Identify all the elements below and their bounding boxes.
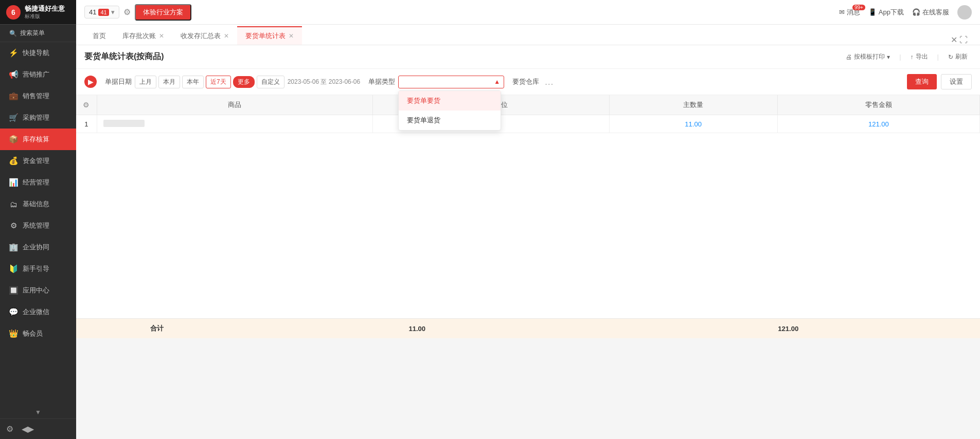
query-button[interactable]: 查询 [907,74,937,89]
sidebar-scroll-down[interactable]: ▼ [0,406,76,418]
row-amount[interactable]: 121.00 [777,115,979,133]
search-icon: 🔍 [9,30,17,37]
tabs-right-icons: ✕ ⛶ [947,35,972,45]
date-btn-more[interactable]: 更多 [233,76,255,88]
filter-type-group: 单据类型 ▲ 要货单要货 要货单退货 [368,76,504,88]
action-divider-2: | [937,53,939,61]
filter-warehouse-label: 要货仓库 [512,77,539,86]
store-caret-icon: ▾ [111,8,115,16]
settings-bottom-icon[interactable]: ⚙ [6,424,13,434]
export-button[interactable]: ↑ 导出 [906,50,932,63]
sidebar-item-sales[interactable]: 💼 销售管理 [0,85,76,107]
quick-nav-icon: ⚡ [8,48,19,58]
footer-amount: 121.00 [603,325,974,333]
row-quantity[interactable]: 11.00 [609,115,777,133]
sidebar-item-system[interactable]: ⚙ 系统管理 [0,215,76,236]
col-settings[interactable]: ⚙ [76,95,97,115]
sidebar-item-appstore[interactable]: 🔲 应用中心 [0,280,76,301]
export-icon: ↑ [911,53,914,61]
filter-date-group: 单据日期 上月 本月 本年 近7天 更多 自定义 2023-05-06 至 20… [105,76,360,88]
store-selector[interactable]: 41 41 ▾ [84,6,119,19]
type-dropdown-menu: 要货单要货 要货单退货 [398,90,501,131]
enterprise-icon: 🏢 [8,242,19,252]
message-badge: 99+ [852,5,865,10]
date-btn-this-month[interactable]: 本月 [158,76,180,88]
phone-icon: 📱 [868,8,877,16]
settings-button[interactable]: 设置 [941,74,972,89]
tab-close-order-stats[interactable]: ✕ [289,32,294,40]
sidebar-bottom: ⚙ ◀▶ [0,418,76,439]
date-btn-last-month[interactable]: 上月 [135,76,156,88]
avatar[interactable] [957,5,972,20]
main-content: 41 41 ▾ ⚙ 体验行业方案 ✉ 消息 99+ 📱 App下载 🎧 在线客服 [76,0,980,439]
tab-close-receive-summary[interactable]: ✕ [224,32,229,40]
tabs-bar: 首页 库存批次账 ✕ 收发存汇总表 ✕ 要货单统计表 ✕ ✕ ⛶ [76,25,980,45]
sidebar-item-purchase[interactable]: 🛒 采购管理 [0,107,76,129]
filter-type-input[interactable] [398,76,504,88]
print-dropdown-icon: ▾ [887,53,890,61]
tab-batch-account[interactable]: 库存批次账 ✕ [114,26,172,45]
table-footer: 合计 11.00 121.00 [76,318,980,338]
topbar-gear-icon[interactable]: ⚙ [123,7,131,17]
filter-action-btns: 查询 设置 [907,74,972,89]
sidebar-nav: ⚡ 快捷导航 📢 营销推广 💼 销售管理 🛒 采购管理 📦 库存核算 💰 资金管… [0,42,76,406]
dropdown-item-order[interactable]: 要货单要货 [399,91,501,111]
table-header: ⚙ 商品 主计量单位 主数量 零售金额 [76,95,980,115]
print-icon: 🖨 [846,53,852,61]
online-service-button[interactable]: 🎧 在线客服 [912,8,949,17]
page-header-actions: 🖨 按模板打印 ▾ | ↑ 导出 | ↻ 刷新 [842,50,972,63]
page-inner: 要货单统计表(按商品) 🖨 按模板打印 ▾ | ↑ 导出 | ↻ [76,45,980,338]
member-icon: 👑 [8,328,19,339]
app-logo-text: 畅捷通好生意 标准版 [25,5,65,20]
filter-expand-button[interactable]: ▶ [84,76,97,88]
system-icon: ⚙ [8,221,19,231]
sidebar-item-enterprise[interactable]: 🏢 企业协同 [0,236,76,258]
sidebar-item-marketing[interactable]: 📢 营销推广 [0,64,76,85]
row-product [97,115,372,133]
topbar: 41 41 ▾ ⚙ 体验行业方案 ✉ 消息 99+ 📱 App下载 🎧 在线客服 [76,0,980,25]
tab-receive-summary[interactable]: 收发存汇总表 ✕ [172,26,237,45]
page-content: 要货单统计表(按商品) 🖨 按模板打印 ▾ | ↑ 导出 | ↻ [76,45,980,439]
dropdown-item-return[interactable]: 要货单退货 [399,111,501,130]
sidebar-item-base[interactable]: 🗂 基础信息 [0,193,76,215]
refresh-button[interactable]: ↻ 刷新 [944,50,972,63]
app-download-button[interactable]: 📱 App下载 [868,8,904,17]
base-icon: 🗂 [8,199,19,209]
promo-button[interactable]: 体验行业方案 [135,4,191,21]
tab-close-all-icon[interactable]: ✕ [951,35,957,45]
date-btn-this-year[interactable]: 本年 [182,76,204,88]
sidebar-item-wechat[interactable]: 💬 企业微信 [0,301,76,323]
tab-home[interactable]: 首页 [84,26,114,45]
filter-date-btns: 上月 本月 本年 近7天 更多 自定义 [135,76,284,88]
headset-icon: 🎧 [912,8,920,16]
page-title: 要货单统计表(按商品) [84,51,164,62]
column-settings-icon[interactable]: ⚙ [83,101,90,109]
filter-more-icon[interactable]: … [542,77,556,87]
sidebar-item-operation[interactable]: 📊 经营管理 [0,172,76,193]
date-btn-custom[interactable]: 自定义 [257,76,284,88]
inventory-icon: 📦 [8,134,19,144]
col-amount: 零售金额 [777,95,979,115]
sidebar-item-guide[interactable]: 🔰 新手引导 [0,258,76,280]
message-icon: ✉ [839,8,845,16]
table-body: 1 块 11.00 121.00 [76,115,980,133]
print-button[interactable]: 🖨 按模板打印 ▾ [842,50,894,63]
sidebar-item-quick-nav[interactable]: ⚡ 快捷导航 [0,42,76,64]
tab-order-stats[interactable]: 要货单统计表 ✕ [237,26,302,45]
sidebar-item-finance[interactable]: 💰 资金管理 [0,150,76,172]
sidebar-toggle-icon[interactable]: ◀▶ [22,424,34,434]
message-button[interactable]: ✉ 消息 99+ [839,8,860,17]
sidebar: 6 畅捷通好生意 标准版 🔍 搜索菜单 ⚡ 快捷导航 📢 营销推广 💼 销售管理… [0,0,76,439]
data-table-wrap: ⚙ 商品 主计量单位 主数量 零售金额 1 [76,95,980,133]
sidebar-item-member[interactable]: 👑 畅会员 [0,323,76,344]
date-btn-7days[interactable]: 近7天 [206,76,231,88]
sales-icon: 💼 [8,91,19,101]
sidebar-item-inventory[interactable]: 📦 库存核算 [0,129,76,150]
sidebar-logo: 6 畅捷通好生意 标准版 [0,0,76,25]
tab-expand-icon[interactable]: ⛶ [959,35,968,45]
purchase-icon: 🛒 [8,113,19,123]
col-quantity: 主数量 [609,95,777,115]
table-row: 1 块 11.00 121.00 [76,115,980,133]
tab-close-batch-account[interactable]: ✕ [159,32,164,40]
sidebar-search[interactable]: 🔍 搜索菜单 [0,25,76,42]
